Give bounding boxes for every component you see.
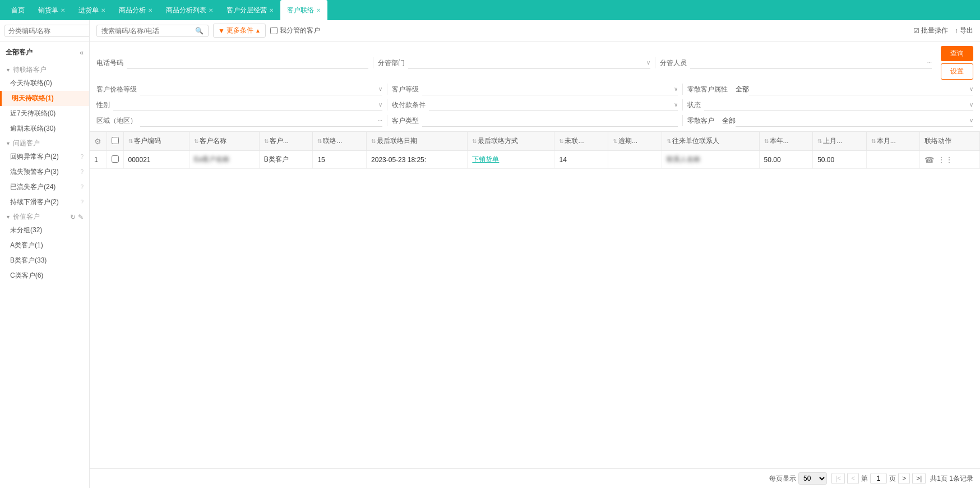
col-this-month[interactable]: 本月...: [866, 132, 920, 151]
nav-customer-contact[interactable]: 客户联络 ✕: [280, 0, 327, 20]
sidebar-item-churn-warning[interactable]: 流失预警客户(3) ?: [0, 164, 89, 179]
my-customers-checkbox[interactable]: [270, 27, 278, 34]
cust-type-field: 客户类型: [392, 114, 678, 127]
contact-icon[interactable]: ☎: [924, 155, 934, 164]
cell-last-month: 50.00: [813, 151, 867, 169]
row-checkbox[interactable]: [112, 155, 119, 163]
nav-sales-order[interactable]: 销货单 ✕: [31, 0, 72, 20]
sidebar-all-customers[interactable]: 全部客户 «: [0, 44, 89, 61]
cell-this-year: 50.00: [759, 151, 813, 169]
manager-more-icon[interactable]: ···: [927, 59, 932, 66]
cell-name: Ea客户名称: [189, 151, 260, 169]
col-uncontacted[interactable]: 未联...: [554, 132, 608, 151]
col-customer-code[interactable]: 客户编码: [123, 132, 189, 151]
cell-type: B类客户: [259, 151, 313, 169]
sidebar-item-ungrouped[interactable]: 未分组(32): [0, 223, 89, 238]
nav-product-analysis[interactable]: 商品分析 ✕: [112, 0, 159, 20]
refresh-icon[interactable]: ↻: [70, 213, 76, 221]
dept-chevron-icon: ∨: [646, 59, 650, 66]
last-page-button[interactable]: >|: [912, 473, 926, 484]
query-button[interactable]: 查询: [941, 46, 973, 61]
nav-home[interactable]: 首页: [4, 0, 31, 20]
col-last-contact-method[interactable]: 最后联络方式: [468, 132, 554, 151]
help-icon[interactable]: ?: [80, 169, 84, 175]
select-all-checkbox[interactable]: [112, 137, 119, 144]
data-table-wrap: ⚙ 客户编码 客户名称 客户... 联络... 最后联络日期 最后联络方式 未联…: [90, 132, 980, 468]
retail-cust-chevron-icon: ∨: [969, 117, 973, 123]
sidebar-item-b-class[interactable]: B类客户(33): [0, 253, 89, 268]
sidebar-item-tomorrow-pending[interactable]: 明天待联络(1): [0, 91, 89, 106]
search-box: 🔍: [96, 25, 209, 37]
main-layout: 🔍 全部客户 « 待联络客户 今天待联络(0) 明天待联络(1) 近7天待联络(…: [0, 20, 980, 488]
nav-purchase-order[interactable]: 进货单 ✕: [72, 0, 112, 20]
sidebar-item-overdue[interactable]: 逾期未联络(30): [0, 121, 89, 136]
col-last-contact-date[interactable]: 最后联络日期: [367, 132, 468, 151]
nav-close-icon[interactable]: ✕: [61, 7, 65, 13]
cust-grade-field: 客户等级 ∨: [392, 83, 678, 95]
filter-actions: 查询 设置: [941, 46, 973, 80]
batch-checkbox-icon: ☑: [913, 27, 919, 35]
more-filter-button[interactable]: ▼ 更多条件 ▲: [213, 24, 266, 38]
status-field: 状态 ∨: [687, 99, 973, 111]
col-contact-count[interactable]: 联络...: [313, 132, 367, 151]
sidebar-item-c-class[interactable]: C类客户(6): [0, 268, 89, 283]
nav-close-icon[interactable]: ✕: [101, 7, 105, 13]
col-overdue[interactable]: 逾期...: [608, 132, 662, 151]
prev-page-button[interactable]: <: [847, 473, 859, 484]
last-method-link[interactable]: 下销货单: [472, 155, 499, 163]
edit-icon[interactable]: ✎: [78, 213, 84, 221]
filter-row-3: 性别 ∨ 收付款条件 ∨ 状态 ∨: [96, 99, 973, 111]
col-last-month[interactable]: 上月...: [813, 132, 867, 151]
top-navigation: 首页 销货单 ✕ 进货单 ✕ 商品分析 ✕ 商品分析列表 ✕ 客户分层经营 ✕ …: [0, 0, 980, 20]
unit-contact-text: 联系人名称: [667, 155, 700, 163]
nav-close-active-icon[interactable]: ✕: [316, 7, 321, 13]
nav-close-icon[interactable]: ✕: [148, 7, 152, 13]
my-customers-checkbox-label[interactable]: 我分管的客户: [270, 26, 320, 35]
sidebar-item-a-class[interactable]: A类客户(1): [0, 238, 89, 253]
first-page-button[interactable]: |<: [831, 473, 845, 484]
nav-close-icon[interactable]: ✕: [209, 7, 213, 13]
help-icon[interactable]: ?: [80, 199, 84, 205]
sidebar: 🔍 全部客户 « 待联络客户 今天待联络(0) 明天待联络(1) 近7天待联络(…: [0, 20, 90, 488]
sidebar-item-7days-pending[interactable]: 近7天待联络(0): [0, 106, 89, 121]
status-chevron-icon: ∨: [969, 102, 973, 108]
set-button[interactable]: 设置: [941, 63, 973, 80]
search-icon[interactable]: 🔍: [195, 27, 204, 35]
gender-field: 性别 ∨: [96, 99, 382, 111]
help-icon[interactable]: ?: [80, 184, 84, 190]
nav-close-icon[interactable]: ✕: [269, 7, 274, 13]
search-input[interactable]: [101, 27, 193, 35]
help-icon[interactable]: ?: [80, 154, 84, 160]
sidebar-pending-group-title: 待联络客户: [0, 63, 89, 76]
region-more-icon[interactable]: ···: [378, 117, 382, 123]
cell-contact-count: 15: [313, 151, 367, 169]
customer-name-text: Ea客户名称: [194, 155, 229, 163]
sidebar-item-churned[interactable]: 已流失客户(24) ?: [0, 179, 89, 195]
batch-operation-button[interactable]: ☑ 批量操作: [913, 26, 948, 35]
sidebar-item-repurchase-abnormal[interactable]: 回购异常客户(2) ?: [0, 149, 89, 164]
cust-grade-chevron-icon: ∨: [674, 86, 678, 92]
next-page-button[interactable]: >: [898, 473, 910, 484]
col-customer-type[interactable]: 客户...: [259, 132, 313, 151]
sidebar-item-today-pending[interactable]: 今天待联络(0): [0, 76, 89, 91]
col-unit-contact[interactable]: 往来单位联系人: [662, 132, 759, 151]
cell-uncontacted: 14: [554, 151, 608, 169]
filter-row-2: 客户价格等级 ∨ 客户等级 ∨ 零散客户属性 全部: [96, 83, 973, 95]
nav-product-analysis-list[interactable]: 商品分析列表 ✕: [159, 0, 220, 20]
page-size-select[interactable]: 50 100 200: [798, 472, 827, 485]
cell-this-month: [866, 151, 920, 169]
page-number-input[interactable]: [870, 473, 887, 484]
col-action: 联络动作: [920, 132, 980, 151]
more-action-icon[interactable]: ⋮⋮: [937, 155, 953, 164]
col-gear: ⚙: [90, 132, 107, 151]
col-this-year[interactable]: 本年...: [759, 132, 813, 151]
cell-last-date: 2023-05-23 18:25:: [367, 151, 468, 169]
filter-row-1: 电话号码 分管部门 ∨ 分管人员 ···: [96, 46, 973, 80]
export-button[interactable]: ↑ 导出: [955, 26, 973, 35]
gear-icon[interactable]: ⚙: [94, 137, 101, 146]
price-grade-field: 客户价格等级 ∨: [96, 83, 382, 95]
col-customer-name[interactable]: 客户名称: [189, 132, 260, 151]
sidebar-item-declining[interactable]: 持续下滑客户(2) ?: [0, 195, 89, 210]
nav-customer-tier[interactable]: 客户分层经营 ✕: [220, 0, 280, 20]
sidebar-search-input[interactable]: [4, 25, 90, 37]
